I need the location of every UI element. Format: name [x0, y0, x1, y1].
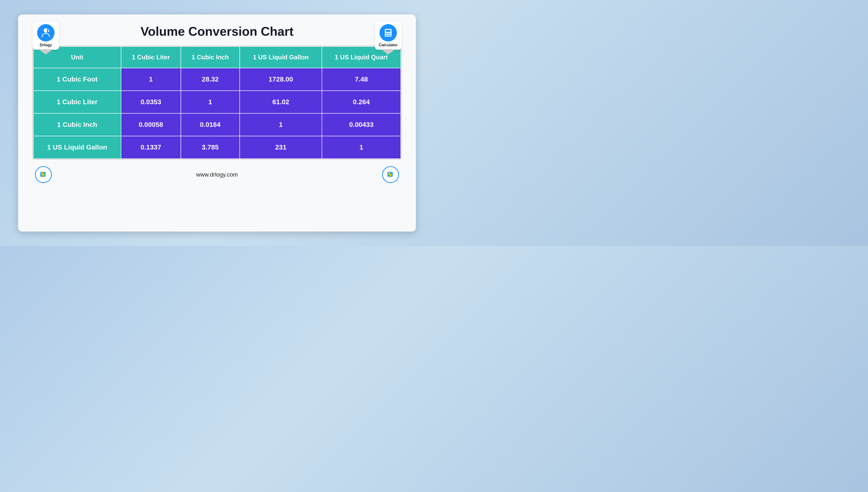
col-cubic-inch: 1 Cubic Inch [181, 47, 240, 68]
footer-url: www.drlogy.com [196, 171, 238, 178]
row-value: 0.0353 [121, 91, 181, 113]
calculator-icon [380, 24, 397, 42]
row-unit-label: 1 Cubic Liter [33, 91, 121, 113]
row-value: 0.00433 [322, 113, 401, 136]
row-value: 3.785 [181, 136, 240, 159]
row-value: 1 [322, 136, 401, 159]
main-card: Drlogy Volume Conversion Chart [18, 15, 416, 231]
table-row: 1 Cubic Liter0.0353161.020.264 [33, 91, 401, 113]
table-header-row: Unit 1 Cubic Liter 1 Cubic Inch 1 US Liq… [33, 47, 401, 68]
header: Drlogy Volume Conversion Chart [32, 22, 402, 39]
drlogy-label: Drlogy [40, 43, 52, 47]
footer: www.drlogy.com [32, 166, 402, 183]
table-row: 1 Cubic Foot128.321728.007.48 [33, 68, 401, 91]
drlogy-badge: Drlogy [32, 22, 59, 50]
col-us-liquid-gallon: 1 US Liquid Gallon [240, 47, 322, 68]
table-row: 1 US Liquid Gallon0.13373.7852311 [33, 136, 401, 159]
drlogy-icon [37, 24, 54, 42]
logo-right: Calculator [375, 22, 402, 54]
row-value: 0.264 [322, 91, 401, 113]
svg-rect-6 [386, 30, 390, 32]
row-value: 61.02 [240, 91, 322, 113]
conversion-table-container: Unit 1 Cubic Liter 1 Cubic Inch 1 US Liq… [32, 46, 402, 159]
svg-rect-9 [389, 33, 390, 34]
row-unit-label: 1 US Liquid Gallon [33, 136, 121, 159]
svg-rect-11 [388, 35, 389, 36]
row-value: 1 [121, 68, 181, 91]
logo-left: Drlogy [32, 22, 59, 54]
row-value: 0.00058 [121, 113, 181, 136]
row-unit-label: 1 Cubic Inch [33, 113, 121, 136]
left-chevron [39, 49, 53, 54]
svg-rect-8 [388, 33, 389, 34]
footer-icon-right [382, 166, 399, 183]
row-value: 231 [240, 136, 322, 159]
svg-rect-10 [386, 35, 387, 36]
row-value: 0.1337 [121, 136, 181, 159]
page-title: Volume Conversion Chart [141, 22, 294, 39]
table-row: 1 Cubic Inch0.000580.016410.00433 [33, 113, 401, 136]
calculator-label: Calculator [379, 43, 398, 47]
row-value: 1728.00 [240, 68, 322, 91]
row-value: 28.32 [181, 68, 240, 91]
svg-rect-4 [48, 30, 49, 32]
svg-rect-7 [386, 33, 387, 34]
conversion-table: Unit 1 Cubic Liter 1 Cubic Inch 1 US Liq… [33, 46, 401, 159]
row-value: 7.48 [322, 68, 401, 91]
col-cubic-liter: 1 Cubic Liter [121, 47, 181, 68]
right-chevron [381, 49, 395, 54]
footer-icon-left [35, 166, 52, 183]
calculator-badge: Calculator [375, 22, 402, 50]
row-value: 1 [240, 113, 322, 136]
row-unit-label: 1 Cubic Foot [33, 68, 121, 91]
row-value: 1 [181, 91, 240, 113]
row-value: 0.0164 [181, 113, 240, 136]
svg-rect-12 [389, 35, 390, 36]
